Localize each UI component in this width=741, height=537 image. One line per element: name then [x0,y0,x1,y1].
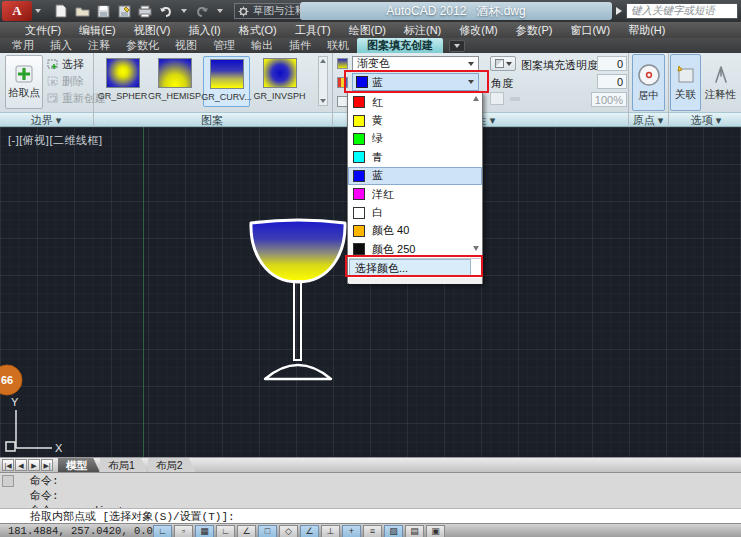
color-option-magenta[interactable]: 洋红 [348,185,482,203]
color-option-red[interactable]: 红 [348,93,482,111]
tab-home[interactable]: 常用 [4,38,42,53]
color-option-40[interactable]: 颜色 40 [348,222,482,240]
open-folder-icon[interactable] [73,3,91,19]
infocenter-expand-icon[interactable] [616,7,622,15]
title-bar: A 草图与注释 AutoCAD 20 [0,0,741,22]
3d-object-snap-button[interactable]: ◇ [279,525,298,537]
swatch-gr-hemisp[interactable]: GR_HEMISP [151,56,198,107]
glass-base[interactable] [265,365,331,379]
swatch-gr-spher[interactable]: GR_SPHER [99,56,146,107]
menu-edit[interactable]: 编辑(E) [70,22,125,38]
pick-points-icon [14,64,34,84]
snap-mode-button[interactable]: ▫ [174,525,193,537]
color-option-white[interactable]: 白 [348,203,482,221]
app-name: AutoCAD 2012 [386,4,466,18]
grid-display-button[interactable]: ▦ [195,525,214,537]
glass-bowl[interactable] [251,220,345,282]
options-panel-label[interactable]: 选项 ▾ [691,113,722,128]
pattern-gallery-scrollbar[interactable] [318,56,328,106]
dropdown-scroll-up-icon[interactable] [473,96,479,101]
layout1-tab[interactable]: 布局1 [100,458,148,473]
app-logo-icon[interactable]: A [2,1,32,21]
command-window-grip[interactable] [2,475,14,487]
menu-draw[interactable]: 绘图(D) [340,22,395,38]
layout2-tab[interactable]: 布局2 [148,458,196,473]
dynamic-ucs-button[interactable]: ⊥ [321,525,340,537]
annotative-button[interactable]: 注释性 [702,54,739,111]
gr-hemisp-label: GR_HEMISP [148,91,201,101]
tab-nav-first-button[interactable]: |◀ [2,459,14,471]
transparency-value-field[interactable]: 0 [597,56,627,71]
pattern-panel-label[interactable]: 图案 [201,113,223,128]
tab-insert[interactable]: 插入 [42,38,80,53]
pick-points-button[interactable]: 拾取点 [5,55,43,109]
color-option-blue-selected[interactable]: 蓝 [348,167,482,185]
swatch-gr-curv-selected[interactable]: GR_CURV... [203,56,250,107]
undo-icon[interactable] [157,3,175,19]
tab-annotate[interactable]: 注释 [80,38,118,53]
ortho-mode-button[interactable]: ∟ [216,525,235,537]
polar-tracking-button[interactable]: ∠ [237,525,256,537]
gr-curv-label: GR_CURV... [201,92,252,102]
menu-insert[interactable]: 插入(I) [179,22,229,38]
dropdown-resize-grip[interactable] [349,278,482,284]
redo-icon[interactable] [193,3,211,19]
color-option-cyan[interactable]: 青 [348,148,482,166]
tab-manage[interactable]: 管理 [205,38,243,53]
tab-parametric[interactable]: 参数化 [118,38,167,53]
app-menu-chevron-icon[interactable] [35,9,41,13]
origin-panel-label[interactable]: 原点 ▾ [633,113,664,128]
tab-view[interactable]: 视图 [167,38,205,53]
remove-button[interactable]: 删除 [47,74,84,89]
menu-file[interactable]: 文件(F) [16,22,70,38]
tab-output[interactable]: 输出 [243,38,281,53]
plot-icon[interactable] [136,3,154,19]
quick-properties-button[interactable]: ▤ [405,525,424,537]
menu-parametric[interactable]: 参数(P) [507,22,562,38]
menu-tools[interactable]: 工具(T) [286,22,340,38]
tab-online[interactable]: 联机 [319,38,357,53]
hatch-type-combobox[interactable]: 渐变色 [352,56,479,71]
tab-nav-last-button[interactable]: ▶| [41,459,53,471]
color-option-green[interactable]: 绿 [348,130,482,148]
tab-hatch-creation[interactable]: 图案填充创建 [357,38,443,53]
infer-constraints-button[interactable]: ∟ [153,525,172,537]
centered-button[interactable]: 居中 [632,54,665,111]
select-button[interactable]: 选择 [47,57,84,72]
menu-window[interactable]: 窗口(W) [561,22,619,38]
save-icon[interactable] [94,3,112,19]
redo-chevron-icon[interactable] [217,9,223,13]
object-snap-button[interactable]: □ [258,525,277,537]
show-lineweight-button[interactable]: ≡ [363,525,382,537]
dynamic-input-button[interactable]: + [342,525,361,537]
dropdown-scroll-down-icon[interactable] [473,246,479,251]
undo-chevron-icon[interactable] [181,9,187,13]
swatch-gr-invsph[interactable]: GR_INVSPH [256,56,303,107]
menu-view[interactable]: 视图(V) [125,22,180,38]
menu-dimension[interactable]: 标注(N) [395,22,450,38]
menu-modify[interactable]: 修改(M) [450,22,507,38]
model-tab[interactable]: 模型 [58,458,100,473]
command-prompt-input[interactable]: 拾取内部点或 [选择对象(S)/设置(T)]: [0,508,741,523]
selection-cycling-button[interactable]: ▣ [426,525,445,537]
object-snap-tracking-button[interactable]: ∠ [300,525,319,537]
ribbon-minimize-button[interactable] [449,40,465,52]
transparency-toggle-button[interactable] [490,56,516,71]
show-transparency-button[interactable]: ▨ [384,525,403,537]
new-file-icon[interactable] [52,3,70,19]
associative-button[interactable]: 关联 [670,54,701,111]
ribbon-tab-row: 常用 插入 注释 参数化 视图 管理 输出 插件 联机 图案填充创建 [0,38,741,53]
glass-stem[interactable] [294,281,301,360]
boundary-panel-label[interactable]: 边界 ▾ [31,113,62,128]
menu-help[interactable]: 帮助(H) [619,22,674,38]
infocenter-search-input[interactable]: 键入关键字或短语 [626,3,738,19]
tab-nav-next-button[interactable]: ▶ [28,459,40,471]
save-as-icon[interactable] [115,3,133,19]
angle-value-field[interactable]: 0 [597,74,627,89]
coordinates-readout[interactable]: 181.4884, 257.0420, 0.0000 [8,525,172,537]
menu-format[interactable]: 格式(O) [230,22,286,38]
color-option-yellow[interactable]: 黄 [348,111,482,129]
tab-plugins[interactable]: 插件 [281,38,319,53]
tab-nav-prev-button[interactable]: ◀ [15,459,27,471]
command-history[interactable]: 命令: 命令: 命令: _gradient [0,472,741,508]
